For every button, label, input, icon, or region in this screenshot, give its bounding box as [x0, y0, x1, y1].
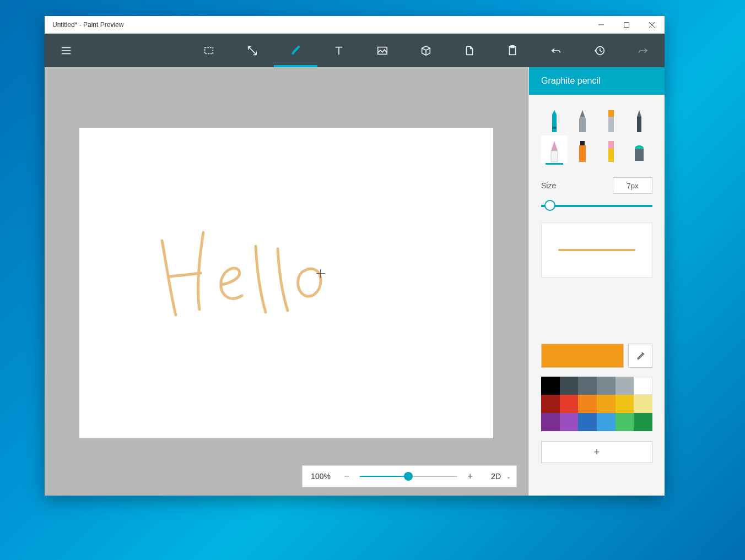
brush-crayon[interactable] — [598, 106, 624, 133]
titlebar: Untitled* - Paint Preview — [45, 16, 665, 34]
panel-title: Graphite pencil — [529, 67, 665, 95]
main-toolbar — [45, 34, 665, 67]
brush-marker[interactable] — [541, 106, 568, 133]
svg-marker-18 — [637, 110, 641, 117]
brush-fill[interactable] — [627, 135, 653, 163]
color-swatch[interactable] — [616, 413, 634, 431]
color-swatch[interactable] — [597, 395, 616, 413]
handwriting-hello — [162, 232, 321, 315]
tool-panel: Graphite pencil — [528, 67, 665, 496]
zoom-slider[interactable] — [360, 476, 457, 477]
current-color-swatch[interactable] — [541, 344, 624, 368]
zoom-percent-label: 100% — [308, 472, 333, 481]
tool-3d-shape[interactable] — [404, 34, 448, 67]
brush-spray[interactable] — [570, 135, 596, 163]
size-row: Size 7px — [541, 177, 652, 194]
maximize-button[interactable] — [614, 16, 639, 34]
preview-stroke-line — [558, 249, 635, 251]
svg-rect-26 — [635, 149, 644, 161]
svg-rect-23 — [579, 145, 586, 162]
color-swatch[interactable] — [541, 413, 560, 431]
window-title: Untitled* - Paint Preview — [45, 21, 123, 29]
menu-button[interactable] — [45, 34, 88, 67]
color-swatch[interactable] — [578, 413, 597, 431]
chevron-down-icon: ⌄ — [506, 474, 511, 480]
color-swatch[interactable] — [597, 413, 616, 431]
eyedropper-button[interactable] — [628, 344, 652, 368]
brush-eraser[interactable] — [598, 135, 624, 163]
svg-rect-1 — [624, 23, 629, 28]
add-color-button[interactable]: + — [541, 441, 652, 463]
tool-brush[interactable] — [274, 34, 317, 67]
window-controls — [589, 16, 665, 34]
tool-image[interactable] — [361, 34, 404, 67]
brush-grid — [541, 106, 652, 163]
svg-marker-20 — [551, 141, 558, 151]
color-swatch[interactable] — [634, 377, 652, 395]
app-window: Untitled* - Paint Preview — [45, 16, 665, 496]
color-swatch[interactable] — [560, 395, 579, 413]
stroke-preview — [541, 222, 652, 278]
status-bar: 100% − + 2D ⌄ — [302, 465, 517, 487]
svg-rect-19 — [637, 117, 641, 132]
paste-button[interactable] — [491, 34, 535, 67]
undo-button[interactable] — [535, 34, 578, 67]
color-swatch[interactable] — [616, 395, 634, 413]
color-swatch[interactable] — [634, 395, 652, 413]
view-mode-label: 2D — [491, 472, 501, 481]
tool-select[interactable] — [187, 34, 231, 67]
minimize-button[interactable] — [589, 16, 614, 34]
color-swatch[interactable] — [541, 377, 560, 395]
drawing-canvas[interactable] — [79, 128, 493, 438]
svg-rect-24 — [608, 141, 614, 149]
brush-pencil[interactable] — [570, 106, 596, 133]
size-slider[interactable] — [541, 205, 652, 207]
canvas-container: 100% − + 2D ⌄ — [45, 67, 528, 496]
size-label: Size — [541, 181, 556, 190]
color-swatch[interactable] — [597, 377, 616, 395]
brush-calligraphy[interactable] — [627, 106, 653, 133]
color-swatch[interactable] — [634, 413, 652, 431]
color-palette — [541, 377, 652, 431]
svg-rect-25 — [608, 149, 614, 162]
size-input[interactable]: 7px — [613, 177, 652, 194]
tool-resize[interactable] — [231, 34, 274, 67]
current-color-row — [541, 344, 652, 368]
svg-rect-21 — [551, 151, 558, 162]
color-swatch[interactable] — [578, 377, 597, 395]
svg-rect-17 — [608, 117, 614, 132]
svg-marker-15 — [580, 110, 585, 117]
svg-rect-22 — [580, 141, 585, 145]
svg-rect-7 — [205, 47, 213, 53]
color-swatch[interactable] — [616, 377, 634, 395]
tool-text[interactable] — [317, 34, 361, 67]
main-area: 100% − + 2D ⌄ Graphite pencil — [45, 67, 665, 496]
zoom-out-button[interactable]: − — [341, 471, 352, 481]
tool-3d-model[interactable] — [447, 34, 491, 67]
color-swatch[interactable] — [560, 413, 579, 431]
history-button[interactable] — [578, 34, 622, 67]
svg-rect-13 — [552, 127, 557, 129]
zoom-in-button[interactable]: + — [465, 471, 476, 481]
redo-button[interactable] — [621, 34, 665, 67]
color-swatch[interactable] — [560, 377, 579, 395]
color-swatch[interactable] — [578, 395, 597, 413]
close-button[interactable] — [639, 16, 665, 34]
brush-graphite[interactable] — [541, 135, 568, 163]
svg-rect-16 — [608, 110, 614, 117]
view-mode-dropdown[interactable]: 2D ⌄ — [491, 472, 511, 481]
color-swatch[interactable] — [541, 395, 560, 413]
